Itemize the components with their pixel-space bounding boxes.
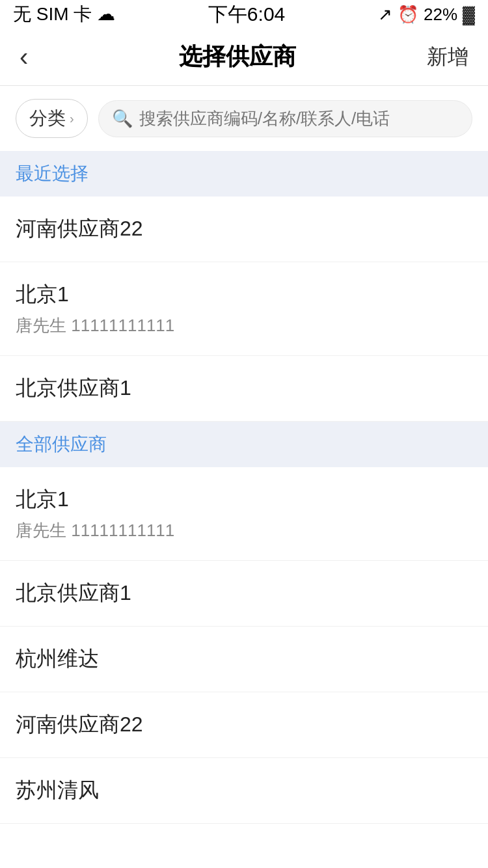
category-button[interactable]: 分类 › [16, 99, 88, 138]
item-contact: 唐先生 11111111111 [16, 519, 472, 542]
list-item[interactable]: 苏州清风 [0, 758, 488, 824]
search-box: 🔍 [98, 100, 472, 137]
status-left: 无 SIM 卡 ☁ [13, 2, 115, 27]
status-right: ↗ ⏰ 22% ▓ [378, 5, 475, 25]
list-item[interactable]: 北京供应商1 [0, 356, 488, 422]
list-item[interactable]: 河南供应商22 [0, 692, 488, 758]
recent-section-header: 最近选择 [0, 151, 488, 197]
search-icon: 🔍 [112, 109, 133, 129]
list-item[interactable]: 北京1唐先生 11111111111 [0, 467, 488, 561]
alarm-icon: ⏰ [398, 5, 418, 25]
item-name: 北京1 [16, 485, 472, 514]
nav-bar: ‹ 选择供应商 新增 [0, 29, 488, 86]
item-name: 北京供应商1 [16, 374, 472, 403]
filter-bar: 分类 › 🔍 [0, 86, 488, 151]
item-name: 河南供应商22 [16, 215, 472, 243]
item-name: 杭州维达 [16, 645, 472, 673]
status-bar: 无 SIM 卡 ☁ 下午6:04 ↗ ⏰ 22% ▓ [0, 0, 488, 29]
battery-text: 22% [424, 5, 457, 25]
item-name: 河南供应商22 [16, 711, 472, 739]
add-button[interactable]: 新增 [416, 43, 468, 72]
list-item[interactable]: 杭州维达 [0, 627, 488, 692]
chevron-right-icon: › [70, 111, 74, 126]
all-section-header: 全部供应商 [0, 422, 488, 467]
status-time: 下午6:04 [208, 1, 285, 28]
item-name: 北京1 [16, 280, 472, 309]
list-item[interactable]: 北京1唐先生 11111111111 [0, 262, 488, 356]
all-section-title: 全部供应商 [16, 434, 107, 454]
item-name: 北京供应商1 [16, 579, 472, 608]
battery-icon: ▓ [463, 5, 475, 25]
category-label: 分类 [29, 106, 66, 131]
item-contact: 唐先生 11111111111 [16, 314, 472, 337]
list-item[interactable]: 北京供应商1 [0, 561, 488, 627]
search-input[interactable] [139, 109, 459, 129]
recent-section-title: 最近选择 [16, 163, 88, 183]
list-item[interactable]: 河南供应商22 [0, 197, 488, 262]
all-items-list: 北京1唐先生 11111111111北京供应商1杭州维达河南供应商22苏州清风 [0, 467, 488, 824]
location-icon: ↗ [378, 5, 392, 25]
item-name: 苏州清风 [16, 776, 472, 805]
recent-items-list: 河南供应商22北京1唐先生 11111111111北京供应商1 [0, 197, 488, 422]
page-title: 选择供应商 [179, 41, 296, 73]
back-button[interactable]: ‹ [20, 42, 59, 72]
